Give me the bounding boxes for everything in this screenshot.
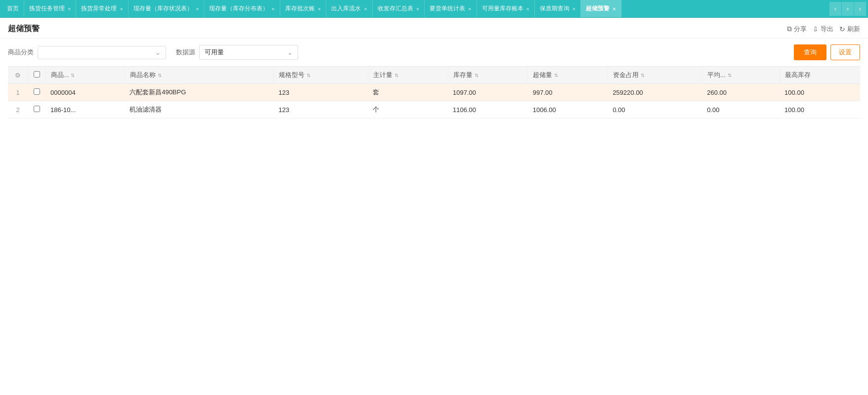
nav-arrows: ‹ › › (829, 2, 866, 16)
nav-prev-button[interactable]: ‹ (829, 2, 841, 16)
select-all-checkbox[interactable] (34, 71, 40, 78)
sort-icon-name[interactable]: ⇅ (158, 73, 162, 78)
th-avg-label: 平均... (707, 71, 726, 79)
nav-tab-7[interactable]: 收发存汇总表× (373, 0, 425, 17)
th-max-label: 最高库存 (785, 71, 811, 79)
cell-spec: 123 (273, 84, 368, 101)
cell-over: 997.00 (528, 84, 608, 101)
th-code-label: 商品... (51, 71, 69, 79)
row-checkbox-cell (28, 101, 45, 118)
datasource-value: 可用量 (205, 48, 224, 57)
th-over: 超储量 ⇅ (528, 67, 608, 84)
filter-bar: 商品分类 ⌄ 数据源 可用量 ⌄ 查询 设置 (0, 39, 868, 66)
page-title: 超储预警 (8, 24, 40, 34)
cell-spec: 123 (273, 101, 368, 118)
cell-stock: 1106.00 (448, 101, 528, 118)
close-tab-icon-3[interactable]: × (196, 6, 199, 12)
cell-unit: 套 (368, 84, 448, 101)
cell-name: 机油滤清器 (125, 101, 273, 118)
table-row: 2 186-10... 机油滤清器 123 个 1106.00 1006.00 … (8, 101, 860, 118)
close-tab-icon-10[interactable]: × (572, 6, 575, 12)
row-index: 1 (8, 84, 28, 101)
page-header: 超储预警 ⧉ 分享 ⇩ 导出 ↻ 刷新 (0, 18, 868, 39)
nav-tab-1[interactable]: 拣货任务管理× (24, 0, 76, 17)
cell-code: 186-10... (45, 101, 125, 118)
th-name: 商品名称 ⇅ (125, 67, 273, 84)
nav-tab-5[interactable]: 库存批次账× (280, 0, 326, 17)
th-spec: 规格型号 ⇅ (273, 67, 368, 84)
settings-button[interactable]: 设置 (830, 44, 860, 60)
close-tab-icon-4[interactable]: × (271, 6, 274, 12)
sort-icon-capital[interactable]: ⇅ (641, 73, 645, 78)
row-checkbox-1[interactable] (34, 106, 40, 112)
close-tab-icon-9[interactable]: × (526, 6, 529, 12)
nav-tab-0[interactable]: 首页 (2, 0, 24, 17)
th-capital: 资金占用 ⇅ (608, 67, 702, 84)
chevron-down-icon-2: ⌄ (287, 49, 293, 56)
close-tab-icon-1[interactable]: × (68, 6, 71, 12)
chevron-down-icon: ⌄ (155, 49, 161, 56)
export-button[interactable]: ⇩ 导出 (813, 25, 833, 34)
row-checkbox-cell (28, 84, 45, 101)
th-settings: ⚙ (8, 67, 28, 84)
th-capital-label: 资金占用 (613, 71, 639, 79)
nav-next-button[interactable]: › (842, 2, 854, 16)
sort-icon-unit[interactable]: ⇅ (394, 73, 398, 78)
cell-unit: 个 (368, 101, 448, 118)
cell-max: 100.00 (780, 101, 860, 118)
nav-tab-6[interactable]: 出入库流水× (326, 0, 372, 17)
th-name-label: 商品名称 (130, 71, 156, 79)
page-container: 超储预警 ⧉ 分享 ⇩ 导出 ↻ 刷新 商品分类 ⌄ 数据源 (0, 18, 868, 395)
datasource-select[interactable]: 可用量 ⌄ (199, 45, 298, 60)
cell-stock: 1097.00 (448, 84, 528, 101)
refresh-icon: ↻ (839, 25, 845, 33)
datasource-filter-group: 数据源 可用量 ⌄ (176, 45, 298, 60)
header-actions: ⧉ 分享 ⇩ 导出 ↻ 刷新 (787, 25, 860, 34)
close-tab-icon-5[interactable]: × (318, 6, 321, 12)
nav-tab-4[interactable]: 现存量（库存分布表）× (204, 0, 280, 17)
cell-capital: 259220.00 (608, 84, 702, 101)
query-button[interactable]: 查询 (794, 44, 826, 60)
cell-max: 100.00 (780, 84, 860, 101)
cell-name: 六配套新昌490BPG (125, 84, 273, 101)
close-tab-icon-8[interactable]: × (468, 6, 471, 12)
nav-expand-button[interactable]: › (854, 2, 866, 16)
nav-tab-8[interactable]: 要货单统计表× (425, 0, 477, 17)
close-tab-icon-2[interactable]: × (120, 6, 123, 12)
th-stock: 库存量 ⇅ (448, 67, 528, 84)
share-button[interactable]: ⧉ 分享 (787, 25, 807, 34)
share-icon: ⧉ (787, 25, 792, 33)
refresh-button[interactable]: ↻ 刷新 (839, 25, 860, 34)
sort-icon-over[interactable]: ⇅ (554, 73, 558, 78)
table-header-row: ⚙ 商品... ⇅ 商品名称 ⇅ (8, 67, 860, 84)
category-value (43, 49, 45, 56)
row-checkbox-0[interactable] (34, 88, 40, 95)
cell-over: 1006.00 (528, 101, 608, 118)
cell-code: 0000004 (45, 84, 125, 101)
category-select[interactable]: ⌄ (38, 46, 166, 59)
cell-capital: 0.00 (608, 101, 702, 118)
nav-tab-10[interactable]: 保质期查询× (535, 0, 581, 17)
gear-icon[interactable]: ⚙ (15, 72, 21, 79)
close-tab-icon-7[interactable]: × (416, 6, 419, 12)
nav-tab-11[interactable]: 超储预警× (581, 0, 621, 17)
th-max: 最高库存 (780, 67, 860, 84)
sort-icon-spec[interactable]: ⇅ (306, 73, 310, 78)
th-unit-label: 主计量 (373, 71, 392, 79)
top-navigation: 首页拣货任务管理×拣货异常处理×现存量（库存状况表）×现存量（库存分布表）×库存… (0, 0, 868, 18)
th-code: 商品... ⇅ (45, 67, 125, 84)
th-avg: 平均... ⇅ (702, 67, 780, 84)
table-row: 1 0000004 六配套新昌490BPG 123 套 1097.00 997.… (8, 84, 860, 101)
close-tab-icon-6[interactable]: × (364, 6, 367, 12)
close-tab-icon-11[interactable]: × (612, 6, 615, 12)
category-label: 商品分类 (8, 48, 34, 57)
sort-icon-stock[interactable]: ⇅ (475, 73, 478, 78)
nav-tab-9[interactable]: 可用量库存账本× (477, 0, 535, 17)
sort-icon-avg[interactable]: ⇅ (728, 73, 732, 78)
th-stock-label: 库存量 (453, 71, 473, 79)
nav-tab-2[interactable]: 拣货异常处理× (76, 0, 128, 17)
sort-icon-code[interactable]: ⇅ (71, 73, 75, 78)
th-unit: 主计量 ⇅ (368, 67, 448, 84)
nav-tab-3[interactable]: 现存量（库存状况表）× (129, 0, 204, 17)
row-index: 2 (8, 101, 28, 118)
